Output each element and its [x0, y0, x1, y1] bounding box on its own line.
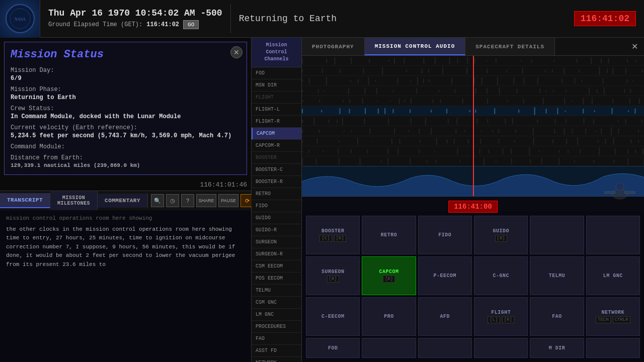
mc-booster[interactable]: BOOSTER [C] [R]	[306, 216, 360, 254]
channel-btn-guido[interactable]: GUIDO	[252, 212, 301, 224]
svg-rect-402	[387, 148, 388, 154]
svg-rect-178	[343, 100, 344, 102]
svg-rect-372	[577, 137, 578, 145]
tab-spacecraft-details[interactable]: SPACECRAFT DETAILS	[465, 38, 555, 55]
svg-rect-271	[425, 118, 426, 125]
channel-btn-msn_dir[interactable]: MSN DIR	[252, 79, 301, 92]
svg-rect-104	[481, 77, 482, 84]
booster-r[interactable]: [R]	[334, 235, 346, 242]
mc-afd[interactable]: AFD	[418, 297, 472, 336]
channel-btn-capcom[interactable]: CAPCOM	[252, 128, 301, 140]
svg-rect-179	[349, 99, 350, 103]
channel-btn-flight_r[interactable]: FLIGHT-R	[252, 116, 301, 128]
svg-rect-231	[446, 109, 447, 113]
channel-btn-surgeon_r[interactable]: SURGEON-R	[252, 248, 301, 260]
mc-pro[interactable]: PRO	[362, 297, 416, 336]
channel-btn-pos_eecom[interactable]: POS EECOM	[252, 273, 301, 285]
share-button[interactable]: SHARE	[196, 194, 216, 207]
mc-lm-gnc[interactable]: LM GNC	[586, 256, 640, 295]
svg-rect-5	[335, 57, 336, 64]
svg-rect-373	[598, 140, 599, 142]
tab-photography[interactable]: PHOTOGRAPHY	[302, 38, 365, 55]
mc-m-dir[interactable]: M DIR	[530, 338, 584, 358]
svg-rect-440	[302, 158, 303, 165]
network-tech[interactable]: TECH	[596, 316, 611, 323]
flight-l[interactable]: [L]	[488, 316, 500, 323]
channel-btn-flight[interactable]: FLIGHT	[252, 92, 301, 104]
channel-btn-booster_c[interactable]: BOOSTER-C	[252, 164, 301, 176]
mc-telmu[interactable]: TELMU	[530, 256, 584, 295]
svg-rect-413	[559, 150, 560, 153]
mc-flight[interactable]: FLIGHT [L] [R]	[474, 297, 528, 336]
c-eecom-label: C-EECOM	[321, 314, 345, 319]
tab-commentary[interactable]: COMMENTARY	[98, 194, 148, 208]
go-button[interactable]: GO	[183, 20, 199, 29]
channel-btn-fao[interactable]: FAO	[252, 333, 301, 345]
network-ctrlr[interactable]: CTRLR	[613, 316, 630, 323]
mc-c-gnc[interactable]: C-GNC	[474, 256, 528, 295]
mc-retro[interactable]: RETRO	[362, 216, 416, 254]
svg-rect-11	[423, 58, 424, 64]
svg-rect-198	[629, 98, 630, 104]
svg-rect-136	[348, 88, 349, 95]
mc-fod[interactable]: FOD	[306, 338, 360, 358]
svg-rect-186	[433, 100, 434, 103]
pause-button[interactable]: PAUSE	[218, 194, 238, 207]
tab-mission-control-audio[interactable]: MISSION CONTROL AUDIO	[365, 38, 466, 55]
mc-surgeon[interactable]: SURGEON [R]	[306, 256, 360, 295]
surgeon-label: SURGEON	[321, 269, 345, 275]
mc-c-eecom[interactable]: C-EECOM	[306, 297, 360, 336]
guido-r[interactable]: [R]	[495, 235, 507, 242]
channel-btn-csm_gnc[interactable]: CSM GNC	[252, 297, 301, 309]
mc-fao[interactable]: FAO	[530, 297, 584, 336]
svg-rect-140	[416, 88, 417, 94]
channel-btn-network[interactable]: NETWORK	[252, 357, 301, 362]
channel-btn-surgeon[interactable]: SURGEON	[252, 236, 301, 248]
svg-rect-523	[605, 192, 615, 194]
channel-btn-guido_r[interactable]: GUIDO-R	[252, 224, 301, 236]
close-status-button[interactable]: ✕	[230, 46, 243, 58]
mc-network[interactable]: NETWORK TECH CTRLR	[586, 297, 640, 336]
channel-btn-booster_r[interactable]: BOOSTER-R	[252, 176, 301, 188]
tab-milestones[interactable]: MISSIONMILESTONES	[50, 191, 98, 210]
fod-label: FOD	[328, 345, 338, 351]
top-bar: NASA Thu Apr 16 1970 10:54:02 AM -500 Gr…	[0, 0, 644, 38]
search-icon-button[interactable]: 🔍	[151, 194, 164, 207]
channel-btn-asst_fd[interactable]: ASST FD	[252, 345, 301, 357]
channel-btn-lm_gnc[interactable]: LM GNC	[252, 309, 301, 321]
close-audio-button[interactable]: ✕	[625, 38, 644, 55]
svg-rect-446	[410, 158, 411, 164]
svg-rect-409	[502, 148, 503, 155]
channel-btn-capcom_r[interactable]: CAPCOM-R	[252, 140, 301, 152]
channel-btn-procedures[interactable]: PROCEDURES	[252, 321, 301, 333]
channel-btn-booster[interactable]: BOOSTER	[252, 152, 301, 164]
svg-rect-234	[494, 108, 495, 114]
svg-rect-356	[339, 140, 340, 142]
svg-rect-284	[625, 119, 626, 123]
mc-p-eecom[interactable]: P-EECOM	[418, 256, 472, 295]
waveform-area: CAPCOM [L]	[302, 56, 644, 197]
channel-btn-retro[interactable]: RETRO	[252, 188, 301, 200]
tab-transcript[interactable]: TRANSCRIPT	[0, 193, 50, 208]
history-icon-button[interactable]: ◷	[166, 194, 179, 207]
mc-fido[interactable]: FIDO	[418, 216, 472, 254]
channel-btn-csm_eecom[interactable]: CSM EECOM	[252, 260, 301, 273]
flight-r[interactable]: [R]	[502, 316, 514, 323]
svg-rect-223	[340, 108, 341, 114]
capcom-r[interactable]: [R]	[383, 276, 395, 283]
svg-rect-282	[593, 119, 594, 124]
audio-tabs: PHOTOGRAPHY MISSION CONTROL AUDIO SPACEC…	[302, 38, 644, 56]
help-icon-button[interactable]: ?	[181, 194, 194, 207]
capcom-subs: [R]	[383, 276, 395, 283]
svg-rect-17	[487, 60, 488, 62]
channel-btn-fido[interactable]: FIDO	[252, 200, 301, 212]
surgeon-r[interactable]: [R]	[327, 276, 339, 283]
channel-btn-telmu[interactable]: TELMU	[252, 285, 301, 297]
mc-guido[interactable]: GUIDO [R]	[474, 216, 528, 254]
svg-rect-185	[411, 98, 412, 104]
svg-rect-239	[565, 111, 566, 112]
mc-capcom[interactable]: CAPCOM [R]	[362, 256, 416, 295]
booster-c[interactable]: [C]	[319, 235, 332, 242]
channel-btn-fod[interactable]: FOD	[252, 67, 301, 79]
channel-btn-flight_l[interactable]: FLIGHT-L	[252, 104, 301, 116]
